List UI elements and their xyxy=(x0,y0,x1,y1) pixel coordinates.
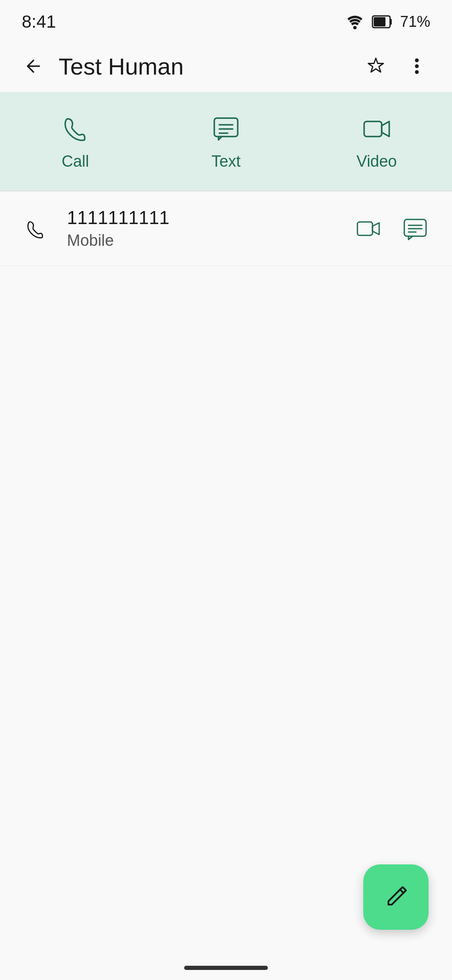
call-action-icon xyxy=(59,112,92,146)
battery-percent: 71% xyxy=(400,13,430,31)
contact-row-left: 1111111111 Mobile xyxy=(20,207,352,250)
text-action-icon xyxy=(209,112,243,146)
app-bar: Test Human xyxy=(0,40,452,92)
contact-row-actions xyxy=(352,212,432,245)
contact-name: Test Human xyxy=(59,53,357,80)
video-action-icon xyxy=(360,112,393,146)
quick-actions-bar: Call Text Video xyxy=(0,92,452,191)
svg-rect-12 xyxy=(357,222,372,235)
contact-row: 1111111111 Mobile xyxy=(0,191,452,266)
wifi-icon xyxy=(346,14,364,30)
status-icons: 71% xyxy=(346,13,430,31)
row-message-button[interactable] xyxy=(398,212,432,245)
svg-point-4 xyxy=(415,59,419,62)
phone-row-icon xyxy=(20,214,50,244)
back-button[interactable] xyxy=(17,49,50,83)
home-indicator xyxy=(184,966,268,970)
call-action[interactable]: Call xyxy=(0,112,151,170)
contact-type: Mobile xyxy=(67,232,170,250)
favorite-button[interactable] xyxy=(357,48,394,85)
battery-icon xyxy=(372,14,393,29)
video-action[interactable]: Video xyxy=(301,112,452,170)
row-video-button[interactable] xyxy=(352,212,385,245)
edit-contact-fab[interactable] xyxy=(363,864,429,930)
call-label: Call xyxy=(62,152,89,170)
status-time: 8:41 xyxy=(22,12,56,32)
more-options-button[interactable] xyxy=(398,48,435,85)
contact-info: 1111111111 Mobile xyxy=(67,207,170,250)
text-label: Text xyxy=(211,152,241,170)
contact-number: 1111111111 xyxy=(67,207,170,228)
svg-point-5 xyxy=(415,64,419,68)
svg-rect-11 xyxy=(364,121,382,137)
app-bar-actions xyxy=(357,48,435,85)
svg-rect-2 xyxy=(390,19,392,25)
video-label: Video xyxy=(357,152,397,170)
status-bar: 8:41 71% xyxy=(0,0,452,40)
text-action[interactable]: Text xyxy=(151,112,301,170)
svg-rect-13 xyxy=(404,219,426,236)
svg-point-6 xyxy=(415,70,419,74)
svg-point-0 xyxy=(353,26,357,29)
svg-rect-3 xyxy=(374,17,385,26)
